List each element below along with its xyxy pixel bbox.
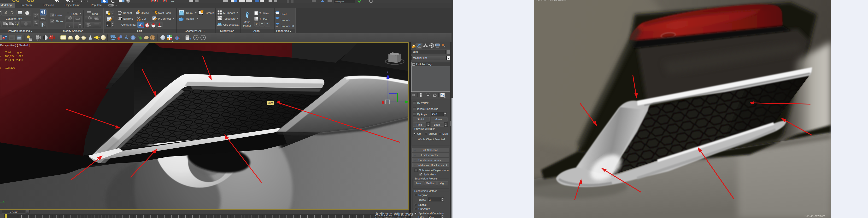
svg-text:Make: Make	[244, 21, 250, 24]
svg-text:MSmooth: MSmooth	[223, 11, 235, 14]
svg-text:Photo © NetCarShow.com: Photo © NetCarShow.com	[536, 0, 567, 1]
svg-text:z: z	[387, 71, 388, 73]
svg-text:0x: 0x	[151, 38, 153, 40]
svg-text:workspace1: workspace1	[335, 0, 345, 3]
svg-text:Smooth 30: Smooth 30	[281, 25, 294, 28]
svg-text::: :	[0, 66, 1, 69]
svg-text:s:: s:	[0, 59, 2, 62]
svg-text:Constraints:: Constraints:	[121, 23, 136, 26]
svg-text:Loop: Loop	[71, 12, 78, 15]
svg-text:Relax: Relax	[186, 11, 193, 14]
svg-text:gum: gum	[268, 102, 273, 104]
svg-text:30: 30	[276, 25, 278, 27]
svg-text:NetCarShow.com: NetCarShow.com	[804, 214, 825, 217]
svg-text:108.296: 108.296	[5, 66, 15, 69]
svg-text:Grow: Grow	[55, 14, 62, 16]
svg-text:y: y	[3, 199, 4, 202]
svg-text:P Connect: P Connect	[158, 17, 171, 20]
svg-text:s:: s:	[0, 55, 2, 58]
svg-text:Smooth: Smooth	[281, 19, 290, 22]
svg-text:Planar: Planar	[243, 24, 251, 27]
svg-text:Hard: Hard	[281, 13, 286, 15]
svg-text:Tessellate: Tessellate	[223, 17, 236, 20]
svg-text:ABC: ABC	[171, 0, 175, 3]
svg-text:NURMS: NURMS	[123, 17, 133, 20]
svg-text:Cut: Cut	[142, 17, 146, 20]
svg-text:2,496: 2,496	[16, 59, 23, 62]
svg-text:106,824: 106,824	[5, 55, 14, 58]
svg-text:Y: Y	[261, 23, 263, 26]
svg-text:To View: To View	[259, 12, 269, 15]
svg-text:Shrink: Shrink	[55, 20, 63, 23]
svg-text:Use Displac...: Use Displac...	[223, 23, 240, 26]
svg-text:?: ?	[202, 36, 204, 39]
svg-text:1,822: 1,822	[16, 55, 23, 58]
svg-text:To Grid: To Grid	[259, 18, 268, 21]
svg-text:Create: Create	[206, 11, 214, 14]
svg-text:X: X	[256, 23, 258, 26]
svg-text:Total: Total	[5, 51, 11, 54]
svg-text:Ring: Ring	[92, 12, 98, 15]
svg-text:QSlice: QSlice	[141, 11, 149, 14]
svg-text:Perspective ] [ Shaded ]: Perspective ] [ Shaded ]	[0, 44, 30, 47]
svg-text:HF: HF	[145, 38, 147, 40]
svg-text:Swift Loop: Swift Loop	[158, 11, 171, 14]
svg-text:Repeat: Repeat	[123, 11, 132, 14]
svg-text:1: 1	[106, 23, 108, 26]
svg-text:Editable Poly: Editable Poly	[6, 17, 22, 20]
svg-text:?: ?	[195, 36, 197, 39]
svg-text:Z: Z	[267, 23, 268, 26]
svg-text:Attach: Attach	[186, 17, 194, 20]
svg-text:gum: gum	[17, 51, 22, 54]
svg-text:119,174: 119,174	[5, 59, 14, 62]
